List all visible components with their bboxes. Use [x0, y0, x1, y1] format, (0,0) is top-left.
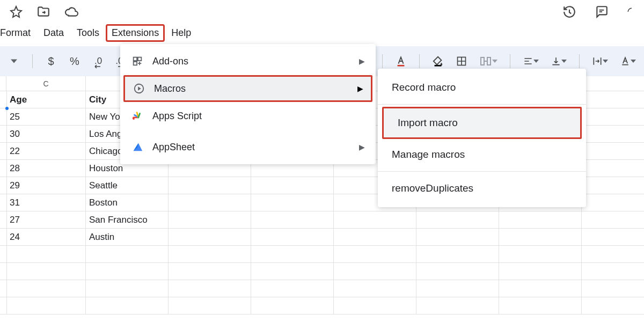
divider — [378, 104, 586, 105]
macros-submenu: Record macro Import macro Manage macros … — [378, 69, 586, 207]
record-macro-label: Record macro — [392, 82, 572, 93]
separator — [419, 54, 420, 68]
chevron-right-icon: ▶ — [359, 57, 365, 65]
menubar: Format Data Tools Extensions Help — [0, 24, 644, 43]
menu-help[interactable]: Help — [165, 24, 197, 42]
select-all-corner[interactable] — [0, 76, 6, 91]
submenu-manage-macros[interactable]: Manage macros — [378, 140, 586, 169]
vertical-align-button[interactable] — [548, 52, 569, 71]
cell-city[interactable]: San Francisco — [86, 211, 169, 229]
import-macro-label: Import macro — [398, 117, 566, 129]
cell-city[interactable]: Austin — [86, 229, 169, 246]
toolbar-more-left[interactable] — [5, 52, 23, 71]
decrease-decimal-button[interactable]: .0 — [90, 52, 107, 71]
menu-apps-script[interactable]: Apps Script — [120, 103, 376, 129]
addons-icon — [131, 55, 144, 68]
submenu-import-macro[interactable]: Import macro — [382, 107, 582, 139]
menu-format[interactable]: Format — [0, 24, 37, 42]
macros-icon — [133, 82, 145, 95]
svg-rect-1 — [134, 57, 137, 61]
chevron-right-icon: ▶ — [359, 143, 365, 151]
quick-access-row — [0, 0, 644, 24]
share-icon[interactable] — [627, 5, 636, 19]
custom-macro-label: removeDuplicates — [392, 182, 572, 194]
cell-city[interactable]: Seattle — [86, 177, 169, 194]
chevron-right-icon: ▶ — [357, 84, 363, 93]
currency-button[interactable]: $ — [42, 52, 60, 71]
cell-age[interactable]: 28 — [6, 160, 86, 177]
move-folder-icon[interactable] — [36, 5, 50, 19]
appsheet-icon — [131, 141, 144, 153]
table-row: 27San Francisco — [0, 211, 644, 229]
manage-macros-label: Manage macros — [392, 149, 572, 160]
apps-script-icon — [131, 109, 144, 122]
separator — [382, 54, 383, 68]
merge-cells-button[interactable] — [477, 52, 500, 71]
history-icon[interactable] — [562, 5, 576, 19]
menu-macros-label: Macros — [154, 83, 349, 94]
menu-macros[interactable]: Macros ▶ — [123, 75, 372, 102]
fill-color-button[interactable] — [429, 52, 447, 71]
text-color-button[interactable] — [392, 52, 409, 71]
extensions-menu: Add-ons ▶ Macros ▶ Apps Script AppSheet … — [120, 44, 376, 164]
selection-handle[interactable] — [5, 107, 9, 110]
cell-age[interactable]: 22 — [6, 143, 86, 160]
menu-appsheet-label: AppSheet — [152, 142, 350, 153]
text-wrap-button[interactable] — [589, 52, 611, 71]
svg-rect-2 — [138, 57, 141, 61]
cell-age[interactable]: 24 — [6, 229, 86, 246]
svg-rect-3 — [134, 62, 137, 65]
cell-age[interactable]: 25 — [6, 108, 86, 126]
top-right-icons — [562, 0, 644, 24]
cell-city[interactable]: Boston — [86, 194, 169, 211]
horizontal-align-button[interactable] — [520, 52, 541, 71]
comment-icon[interactable] — [595, 5, 609, 19]
text-rotation-button[interactable] — [617, 52, 639, 71]
cloud-saved-icon[interactable] — [64, 5, 78, 19]
submenu-custom-macro[interactable]: removeDuplicates — [378, 174, 586, 203]
menu-extensions[interactable]: Extensions — [106, 24, 165, 42]
divider — [378, 171, 586, 172]
borders-button[interactable] — [453, 52, 470, 71]
table-row: 24Austin — [0, 229, 644, 246]
menu-data[interactable]: Data — [37, 24, 70, 42]
col-header-c[interactable]: C — [6, 76, 86, 91]
star-icon[interactable] — [10, 5, 23, 18]
header-age[interactable]: Age — [6, 91, 86, 108]
percent-button[interactable]: % — [66, 52, 83, 71]
menu-appsheet[interactable]: AppSheet ▶ — [120, 134, 376, 160]
menu-addons-label: Add-ons — [152, 56, 350, 67]
menu-addons[interactable]: Add-ons ▶ — [120, 48, 376, 74]
submenu-record-macro[interactable]: Record macro — [378, 73, 586, 102]
cell-age[interactable]: 30 — [6, 126, 86, 143]
separator — [579, 54, 580, 68]
menu-apps-script-label: Apps Script — [152, 111, 365, 122]
cell-age[interactable]: 27 — [6, 211, 86, 229]
separator — [510, 54, 510, 68]
cell-age[interactable]: 31 — [6, 194, 86, 211]
cell-age[interactable]: 29 — [6, 177, 86, 194]
separator — [32, 54, 33, 68]
menu-tools[interactable]: Tools — [70, 24, 106, 42]
